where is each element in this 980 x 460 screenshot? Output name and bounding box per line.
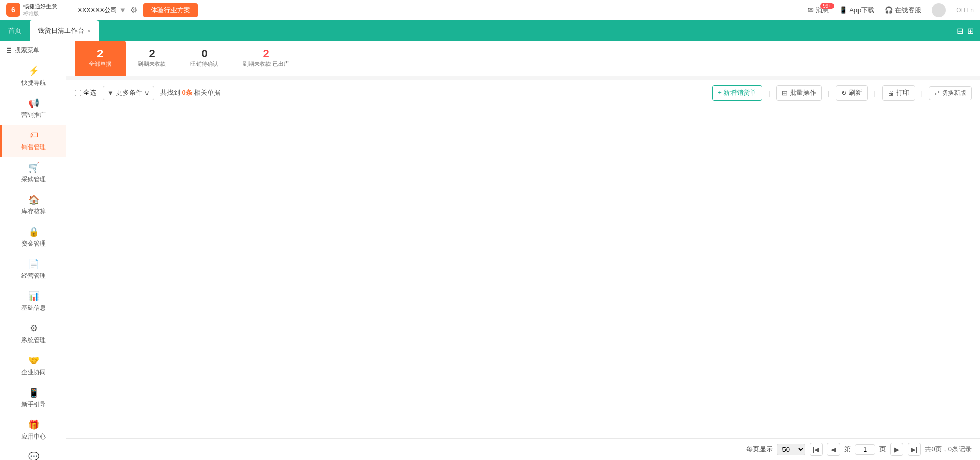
online-service-btn[interactable]: 🎧 在线客服 — [885, 6, 921, 15]
tab-pending-count: 0 — [201, 47, 207, 60]
service-icon: 🎧 — [885, 6, 893, 14]
print-icon: 🖨 — [888, 89, 894, 97]
add-sales-order-btn[interactable]: + 新增销货单 — [712, 85, 762, 101]
marketing-label: 营销推广 — [21, 111, 46, 119]
logo: 6 畅捷通好生意 标准版 — [6, 3, 72, 17]
search-icon: ☰ — [6, 47, 12, 54]
marketing-icon: 📢 — [28, 98, 39, 109]
tab-unshipped-label: 到期未收款 已出库 — [243, 60, 289, 68]
print-btn[interactable]: 🖨 打印 — [882, 85, 915, 101]
finance-icon: 🔒 — [28, 226, 39, 237]
active-tab[interactable]: 钱货日清工作台 × — [30, 20, 99, 41]
dropdown-icon: ▼ — [119, 6, 126, 14]
experience-btn[interactable]: 体验行业方案 — [143, 3, 198, 17]
select-all-input[interactable] — [75, 90, 81, 96]
stats-tabs: 2 全部单据 2 到期未收款 0 旺铺待确认 2 到期未收款 已出库 — [66, 41, 980, 76]
select-all-label: 全选 — [83, 88, 96, 98]
sidebar-item-enterprise[interactable]: 🤝 企业协同 — [0, 350, 66, 382]
tab-unshipped-count: 2 — [263, 47, 269, 60]
page-suffix: 页 — [879, 445, 886, 454]
message-btn[interactable]: ✉ 消息 99+ — [808, 6, 829, 15]
purchase-label: 采购管理 — [21, 175, 46, 184]
tab-pending-confirm[interactable]: 0 旺铺待确认 — [178, 41, 231, 76]
sidebar-item-operations[interactable]: 📄 经营管理 — [0, 253, 66, 285]
pagination: 每页显示 50 100 200 |◀ ◀ 第 页 ▶ ▶| 共0页，0条记录 — [66, 438, 980, 460]
tab-all-label: 全部单据 — [89, 60, 111, 68]
sidebar-item-quick-nav[interactable]: ⚡ 快捷导航 — [0, 60, 66, 92]
table-area — [66, 106, 980, 438]
refresh-btn[interactable]: ↻ 刷新 — [836, 85, 868, 101]
guide-icon: 📱 — [28, 387, 39, 398]
sidebar-item-finance[interactable]: 🔒 资金管理 — [0, 221, 66, 253]
sidebar-item-app-center[interactable]: 🎁 应用中心 — [0, 414, 66, 446]
sidebar-item-sales[interactable]: 🏷 销售管理 — [0, 125, 66, 157]
first-page-btn[interactable]: |◀ — [810, 443, 823, 456]
per-page-label: 每页显示 — [746, 445, 773, 454]
message-badge: 99+ — [820, 3, 834, 9]
sidebar-item-system[interactable]: ⚙ 系统管理 — [0, 318, 66, 350]
enterprise-label: 企业协同 — [21, 368, 46, 377]
next-page-btn[interactable]: ▶ — [890, 443, 903, 456]
per-page-select[interactable]: 50 100 200 — [777, 444, 805, 455]
switch-version-btn[interactable]: ⇄ 切换新版 — [929, 86, 972, 100]
finance-label: 资金管理 — [21, 239, 46, 248]
settings-icon[interactable]: ⚙ — [130, 5, 137, 15]
switch-icon: ⇄ — [935, 89, 940, 96]
filter-icon: ▼ — [107, 89, 114, 97]
tab-overdue-unpaid[interactable]: 2 到期未收款 — [126, 41, 178, 76]
search-label: 搜索菜单 — [15, 46, 39, 55]
page-label: 第 — [844, 445, 851, 454]
basic-info-label: 基础信息 — [21, 304, 46, 312]
operations-icon: 📄 — [28, 258, 39, 270]
nav-tab-actions: ⊟ ⊞ — [957, 26, 980, 36]
found-count: 0条 — [182, 89, 192, 96]
sales-label: 销售管理 — [21, 143, 46, 152]
company-name: XXXXXX公司 — [78, 6, 117, 15]
system-label: 系统管理 — [21, 336, 46, 345]
sidebar-item-marketing[interactable]: 📢 营销推广 — [0, 92, 66, 125]
sidebar-item-wechat[interactable]: 💬 企业微信 — [0, 446, 66, 460]
app-download-btn[interactable]: 📱 App下载 — [839, 6, 874, 15]
sidebar-search[interactable]: ☰ 搜索菜单 — [0, 41, 66, 60]
topbar: 6 畅捷通好生意 标准版 XXXXXX公司 ▼ ⚙ 体验行业方案 ✉ 消息 99… — [0, 0, 980, 20]
sidebar-item-inventory[interactable]: 🏠 库存核算 — [0, 189, 66, 221]
topbar-right: ✉ 消息 99+ 📱 App下载 🎧 在线客服 OfTEn — [808, 3, 974, 17]
logo-sub: 标准版 — [23, 10, 57, 17]
avatar[interactable] — [932, 3, 946, 17]
page-input[interactable] — [855, 444, 875, 455]
batch-label: 批量操作 — [790, 88, 816, 98]
home-tab[interactable]: 首页 — [0, 20, 30, 41]
prev-page-btn[interactable]: ◀ — [827, 443, 840, 456]
sales-icon: 🏷 — [28, 130, 39, 141]
sidebar-item-basic-info[interactable]: 📊 基础信息 — [0, 285, 66, 318]
found-text: 共找到 0条 相关单据 — [160, 88, 220, 98]
app-center-label: 应用中心 — [21, 432, 46, 441]
tab-overdue-unpaid-label: 到期未收款 — [138, 60, 166, 68]
tab-overdue-unshipped[interactable]: 2 到期未收款 已出库 — [231, 41, 302, 76]
message-icon: ✉ — [808, 6, 814, 14]
filter-chevron-icon: ∨ — [144, 89, 150, 97]
sidebar-item-guide[interactable]: 📱 新手引导 — [0, 382, 66, 414]
last-page-btn[interactable]: ▶| — [908, 443, 921, 456]
system-icon: ⚙ — [28, 323, 39, 334]
tab-pending-label: 旺铺待确认 — [190, 60, 218, 68]
toolbar: 全选 ▼ 更多条件 ∨ 共找到 0条 相关单据 + 新增销货单 | ⊞ — [66, 80, 980, 106]
tab-all[interactable]: 2 全部单据 — [75, 41, 126, 76]
company-selector[interactable]: XXXXXX公司 ▼ — [78, 6, 126, 15]
batch-operation-btn[interactable]: ⊞ 批量操作 — [776, 85, 822, 101]
minimize-btn[interactable]: ⊟ — [957, 26, 963, 36]
select-all-checkbox[interactable]: 全选 — [75, 88, 96, 98]
wechat-icon: 💬 — [28, 451, 39, 460]
tab-overdue-unpaid-count: 2 — [149, 47, 155, 60]
sidebar-item-purchase[interactable]: 🛒 采购管理 — [0, 157, 66, 189]
service-label: 在线客服 — [895, 6, 921, 15]
batch-icon: ⊞ — [782, 89, 788, 97]
switch-label: 切换新版 — [942, 89, 966, 98]
close-tab-btn[interactable]: × — [87, 28, 90, 34]
filter-label: 更多条件 — [116, 88, 142, 98]
expand-btn[interactable]: ⊞ — [967, 26, 974, 36]
sidebar: ☰ 搜索菜单 ⚡ 快捷导航 📢 营销推广 🏷 销售管理 🛒 采购管理 🏠 库存核… — [0, 41, 66, 460]
page-total: 共0页，0条记录 — [925, 445, 972, 454]
main-content: 2 全部单据 2 到期未收款 0 旺铺待确认 2 到期未收款 已出库 全选 — [66, 41, 980, 460]
filter-btn[interactable]: ▼ 更多条件 ∨ — [103, 86, 154, 100]
